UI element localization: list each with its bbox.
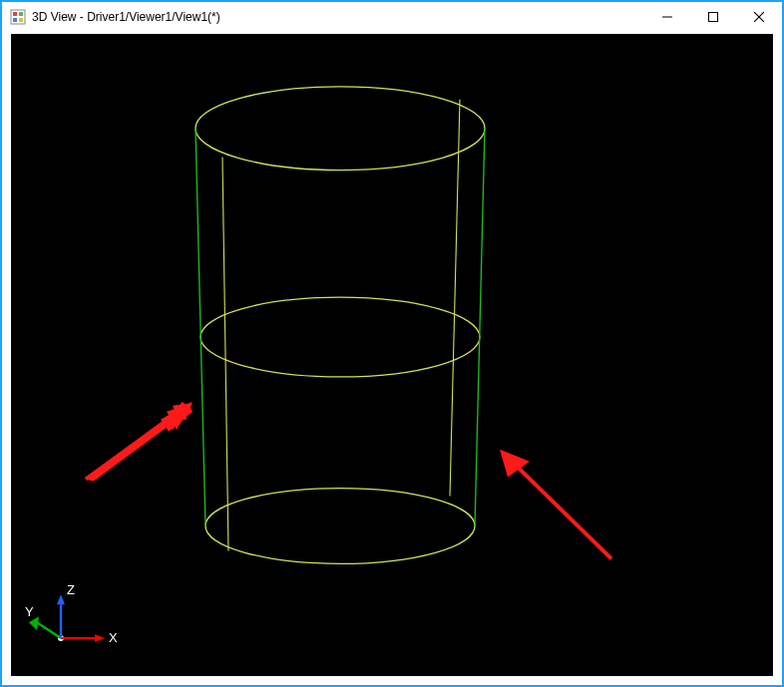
svg-line-23: [93, 416, 179, 480]
minimize-button[interactable]: [644, 2, 690, 32]
svg-marker-29: [95, 634, 105, 642]
svg-rect-6: [709, 13, 718, 22]
axis-triad: X Y Z: [25, 582, 118, 645]
svg-rect-1: [13, 12, 17, 16]
svg-line-25: [512, 462, 611, 559]
window-controls: [644, 2, 782, 32]
window-frame: 3D View - Driver1/Viewer1/View1(*): [0, 0, 784, 687]
svg-rect-4: [19, 18, 23, 22]
svg-line-30: [37, 622, 61, 638]
svg-line-14: [222, 158, 228, 551]
cylinder-wireframe: [196, 87, 485, 564]
maximize-button[interactable]: [690, 2, 736, 32]
viewport-3d[interactable]: X Y Z: [11, 34, 773, 676]
svg-point-9: [205, 489, 475, 564]
svg-line-13: [475, 129, 485, 526]
svg-line-12: [196, 129, 205, 526]
svg-point-10: [200, 297, 480, 377]
axis-y-label: Y: [25, 604, 34, 619]
svg-line-15: [450, 100, 460, 497]
annotation-arrow-right: [500, 450, 611, 559]
close-button[interactable]: [736, 2, 782, 32]
titlebar[interactable]: 3D View - Driver1/Viewer1/View1(*): [2, 2, 782, 32]
annotation-arrow-left: [93, 404, 193, 480]
app-icon: [10, 9, 26, 25]
svg-rect-3: [13, 18, 17, 22]
axis-x-label: X: [109, 630, 118, 645]
window-title: 3D View - Driver1/Viewer1/View1(*): [32, 10, 220, 24]
svg-rect-2: [19, 12, 23, 16]
svg-point-11: [196, 87, 485, 171]
svg-marker-33: [57, 594, 65, 604]
axis-z-label: Z: [67, 582, 75, 597]
